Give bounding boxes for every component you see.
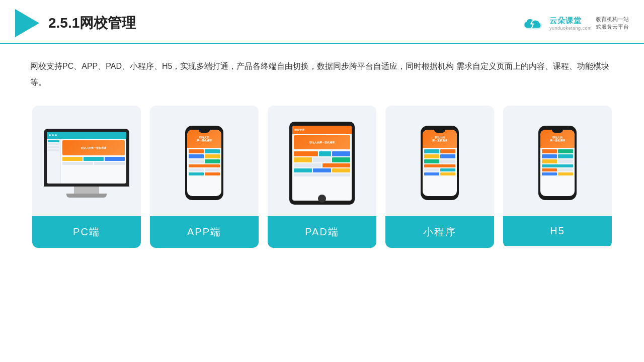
pc-monitor-icon: 职达人的第一堂机遇课: [44, 129, 129, 198]
header-right: 云朵课堂 yunduoketang.com 教育机构一站 式服务云平台: [521, 14, 629, 32]
header-left: 2.5.1网校管理: [15, 9, 136, 37]
brand-text-block: 云朵课堂 yunduoketang.com: [549, 16, 592, 31]
card-pc-image: 职达人的第一堂机遇课: [32, 106, 141, 216]
brand-name: 云朵课堂: [549, 16, 582, 26]
logo-triangle-icon: [15, 9, 39, 37]
description-text: 网校支持PC、APP、PAD、小程序、H5，实现多端打通，产品各终端自由切换，数…: [30, 58, 614, 90]
card-h5: 职达人的第一堂机遇课: [503, 106, 612, 248]
brand-slogan: 教育机构一站 式服务云平台: [596, 16, 629, 31]
card-app-label: APP端: [150, 216, 259, 248]
phone-app-icon: 职达人的第一堂机遇课: [185, 126, 223, 200]
card-app: 职达人的第一堂机遇课: [150, 106, 259, 248]
card-pad-image: 网校管理 职达人的第一堂机遇课: [268, 106, 376, 216]
card-app-image: 职达人的第一堂机遇课: [150, 106, 259, 216]
card-h5-label: H5: [503, 216, 612, 246]
phone-mini-icon: 职达人的第一堂机遇课: [421, 126, 459, 200]
card-mini-program-label: 小程序: [385, 216, 494, 248]
brand-logo: 云朵课堂 yunduoketang.com 教育机构一站 式服务云平台: [521, 14, 629, 32]
card-mini-program-image: 职达人的第一堂机遇课: [385, 106, 494, 216]
main-content: 网校支持PC、APP、PAD、小程序、H5，实现多端打通，产品各终端自由切换，数…: [0, 44, 644, 258]
card-pad-label: PAD端: [268, 216, 376, 248]
card-pc-label: PC端: [32, 216, 141, 248]
tablet-pad-icon: 网校管理 职达人的第一堂机遇课: [289, 122, 355, 205]
header: 2.5.1网校管理 云朵课堂 yunduoketang.com 教育机构一站 式…: [0, 0, 644, 44]
card-mini-program: 职达人的第一堂机遇课: [385, 106, 494, 248]
brand-domain: yunduoketang.com: [549, 26, 592, 31]
page-title: 2.5.1网校管理: [48, 14, 136, 33]
card-pc: 职达人的第一堂机遇课: [32, 106, 141, 248]
card-h5-image: 职达人的第一堂机遇课: [503, 106, 612, 216]
phone-h5-icon: 职达人的第一堂机遇课: [538, 126, 577, 200]
cloud-icon: [521, 14, 545, 32]
cards-container: 职达人的第一堂机遇课: [30, 106, 614, 248]
card-pad: 网校管理 职达人的第一堂机遇课: [268, 106, 376, 248]
